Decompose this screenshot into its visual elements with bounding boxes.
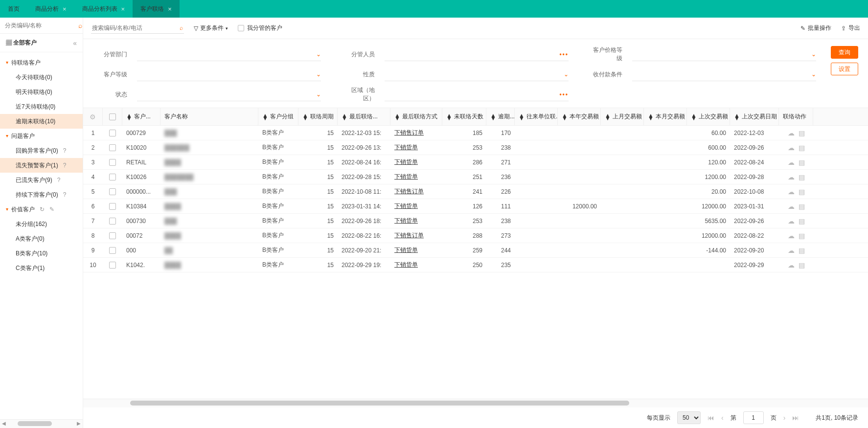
qr-icon[interactable]: ▤ (799, 217, 805, 225)
column-header-thism[interactable]: ▲▼本月交易额 (644, 108, 687, 125)
table-row[interactable]: 9000██B类客户152022-09-20 21:下销货单259244-144… (83, 243, 868, 258)
column-header-overdue[interactable]: ▲▼逾期... (486, 108, 515, 125)
refresh-icon[interactable]: ↻ (40, 205, 45, 214)
column-header-code[interactable]: ▲▼客户... (122, 108, 160, 125)
cell-lastway[interactable]: 下销货单 (390, 243, 442, 257)
table-row[interactable]: 1000729███B类客户152022-12-03 15:下销售订单18517… (83, 126, 868, 140)
row-checkbox[interactable] (103, 199, 122, 213)
table-h-scrollbar[interactable] (83, 399, 868, 407)
row-checkbox[interactable] (103, 228, 122, 243)
row-checkbox[interactable] (103, 184, 122, 199)
first-page-icon[interactable]: ⏮ (708, 414, 714, 422)
column-header-lastm[interactable]: ▲▼上月交易额 (601, 108, 644, 125)
row-checkbox[interactable] (103, 170, 122, 184)
cell-lastway[interactable]: 下销货单 (390, 170, 442, 184)
close-icon[interactable]: × (63, 5, 67, 13)
wechat-icon[interactable]: ☁ (788, 188, 795, 196)
filter-input[interactable]: ⌄ (137, 47, 321, 61)
table-row[interactable]: 10K1042.████B类客户152022-09-29 19:下销货单2502… (83, 258, 868, 272)
wechat-icon[interactable]: ☁ (788, 203, 795, 210)
sidebar-search[interactable]: ⌕ (0, 18, 83, 34)
sort-icon[interactable]: ▲▼ (262, 114, 268, 120)
chevron-down-icon[interactable]: ⌄ (811, 51, 816, 58)
qr-icon[interactable]: ▤ (799, 173, 805, 181)
more-icon[interactable]: ••• (559, 91, 569, 98)
row-checkbox[interactable] (103, 155, 122, 169)
sort-icon[interactable]: ▲▼ (734, 114, 740, 120)
row-checkbox[interactable] (103, 258, 122, 272)
filter-input[interactable]: ⌄ (632, 68, 816, 81)
cell-lastway[interactable]: 下销货单 (390, 214, 442, 228)
query-button[interactable]: 查询 (831, 46, 858, 59)
tab-商品分析[interactable]: 商品分析× (27, 0, 74, 18)
page-input[interactable] (743, 411, 764, 424)
cell-lastway[interactable]: 下销售订单 (390, 184, 442, 199)
sort-icon[interactable]: ▲▼ (126, 114, 132, 120)
edit-icon[interactable]: ✎ (49, 205, 54, 214)
column-header-nodays[interactable]: ▲▼未联络天数 (442, 108, 486, 125)
more-icon[interactable]: ••• (559, 51, 569, 58)
filter-input[interactable]: ••• (385, 88, 569, 101)
table-row[interactable]: 3RETAIL████B类客户152022-08-24 16:下销货单28627… (83, 155, 868, 170)
cell-lastway[interactable]: 下销货单 (390, 199, 442, 213)
column-header-cycle[interactable]: ▲▼联络周期 (298, 108, 338, 125)
qr-icon[interactable]: ▤ (799, 203, 805, 210)
scroll-left-icon[interactable]: ◀ (2, 421, 6, 426)
checkbox-icon[interactable] (238, 25, 244, 31)
cell-lastway[interactable]: 下销货单 (390, 258, 442, 272)
column-header-group[interactable]: ▲▼客户分组 (258, 108, 298, 125)
sidebar-group[interactable]: ▾待联络客户 (0, 55, 83, 70)
sort-icon[interactable]: ▲▼ (446, 114, 452, 120)
export-button[interactable]: ⇪ 导出 (841, 24, 860, 32)
qr-icon[interactable]: ▤ (799, 232, 805, 240)
table-row[interactable]: 7000730███B类客户152022-09-26 18:下销货单253238… (83, 214, 868, 228)
cell-lastway[interactable]: 下销售订单 (390, 228, 442, 243)
column-header-chk[interactable] (103, 108, 122, 125)
tab-首页[interactable]: 首页 (0, 0, 27, 18)
column-header-name[interactable]: 客户名称 (160, 108, 258, 125)
column-header-lastway[interactable]: ▲▼最后联络方式 (390, 108, 442, 125)
settings-button[interactable]: 设置 (831, 63, 858, 75)
chevron-down-icon[interactable]: ⌄ (316, 51, 321, 58)
sidebar-item[interactable]: 未分组(162) (0, 217, 83, 231)
filter-input[interactable]: ⌄ (385, 68, 569, 81)
wechat-icon[interactable]: ☁ (788, 232, 795, 240)
wechat-icon[interactable]: ☁ (788, 144, 795, 152)
row-checkbox[interactable] (103, 243, 122, 257)
tab-商品分析列表[interactable]: 商品分析列表× (74, 0, 133, 18)
wechat-icon[interactable]: ☁ (788, 173, 795, 181)
chevron-down-icon[interactable]: ⌄ (811, 71, 816, 78)
table-row[interactable]: 2K10020██████B类客户152022-09-26 13:下销货单253… (83, 140, 868, 155)
wechat-icon[interactable]: ☁ (788, 247, 795, 254)
sort-icon[interactable]: ▲▼ (691, 114, 697, 120)
sidebar-item[interactable]: 今天待联络(0) (0, 70, 83, 85)
sidebar-item[interactable]: 逾期未联络(10) (0, 114, 83, 129)
sidebar-item[interactable]: 已流失客户(9) ? (0, 173, 83, 187)
help-icon[interactable]: ? (63, 161, 67, 170)
help-icon[interactable]: ? (57, 176, 61, 184)
sort-icon[interactable]: ▲▼ (648, 114, 654, 120)
next-page-icon[interactable]: › (783, 414, 786, 422)
sidebar-item[interactable]: B类客户(10) (0, 246, 83, 261)
column-header-yr[interactable]: ▲▼本年交易额 (558, 108, 601, 125)
prev-page-icon[interactable]: ‹ (721, 414, 724, 422)
filter-input[interactable]: ••• (385, 47, 569, 61)
checkbox-icon[interactable] (109, 113, 116, 120)
table-row[interactable]: 4K10026███████B类客户152022-09-28 15:下销货单25… (83, 170, 868, 184)
sidebar-item[interactable]: 持续下滑客户(0) ? (0, 187, 83, 202)
column-header-lastamt[interactable]: ▲▼上次交易额 (687, 108, 730, 125)
sidebar-all-customers[interactable]: ▦ 全部客户 « (0, 34, 83, 52)
filter-field[interactable]: 性质⌄ (341, 68, 569, 81)
cell-lastway[interactable]: 下销货单 (390, 140, 442, 155)
qr-icon[interactable]: ▤ (799, 247, 805, 254)
last-page-icon[interactable]: ⏭ (792, 414, 799, 422)
sort-icon[interactable]: ▲▼ (605, 114, 611, 120)
table-row[interactable]: 5000000...███B类客户152022-10-08 11:下销售订单24… (83, 184, 868, 199)
qr-icon[interactable]: ▤ (799, 158, 805, 166)
gear-icon[interactable]: ⚙ (90, 113, 96, 121)
sidebar-item[interactable]: 回购异常客户(0) ? (0, 143, 83, 158)
chevron-down-icon[interactable]: ⌄ (316, 91, 321, 98)
sidebar-item[interactable]: C类客户(1) (0, 261, 83, 275)
sidebar-group[interactable]: ▾价值客户 ↻ ✎ (0, 202, 83, 217)
scrollbar-thumb[interactable] (18, 421, 52, 426)
